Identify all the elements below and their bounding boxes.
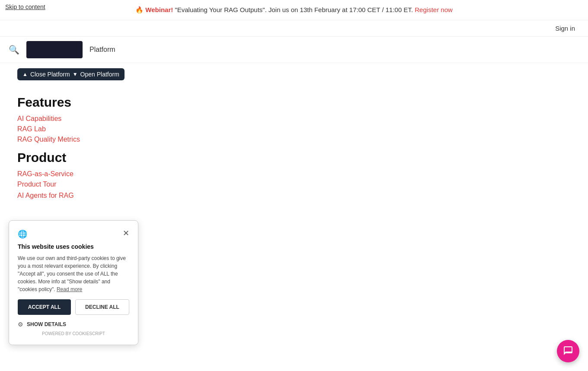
webinar-label: Webinar!: [145, 6, 173, 13]
list-item: RAG-as-a-Service: [17, 170, 579, 178]
skip-to-content-link[interactable]: Skip to content: [0, 0, 51, 14]
nav-content: Features AI Capabilities RAG Lab RAG Qua…: [0, 84, 588, 211]
search-icon: 🔍: [9, 45, 19, 54]
features-heading: Features: [17, 95, 579, 110]
search-button[interactable]: 🔍: [9, 44, 19, 55]
sign-in-link[interactable]: Sign in: [555, 25, 575, 32]
product-tour-link[interactable]: Product Tour: [17, 181, 56, 188]
rag-as-a-service-link[interactable]: RAG-as-a-Service: [17, 170, 74, 178]
site-logo: [26, 41, 83, 58]
product-section: Product RAG-as-a-Service Product Tour: [9, 150, 579, 188]
webinar-banner: 🔥 Webinar! "Evaluating Your RAG Outputs"…: [0, 0, 588, 20]
register-now-link[interactable]: Register now: [415, 6, 453, 13]
list-item: AI Capabilities: [17, 115, 579, 123]
arrow-down-icon: ▼: [73, 71, 78, 77]
list-item: RAG Quality Metrics: [17, 136, 579, 143]
header: Sign in: [0, 20, 588, 37]
ai-agents-for-rag-link[interactable]: AI Agents for RAG: [17, 192, 74, 199]
platform-nav-button[interactable]: Platform: [89, 44, 115, 55]
arrow-up-icon: ▲: [22, 71, 28, 77]
list-item: RAG Lab: [17, 125, 579, 133]
rag-lab-link[interactable]: RAG Lab: [17, 125, 46, 133]
extra-links-list: AI Agents for RAG: [9, 192, 579, 200]
list-item: AI Agents for RAG: [17, 192, 579, 200]
banner-text: "Evaluating Your RAG Outputs". Join us o…: [175, 6, 413, 13]
list-item: Product Tour: [17, 181, 579, 188]
platform-dropdown-toggle[interactable]: ▲ Close Platform ▼ Open Platform: [17, 68, 125, 80]
open-platform-label: Open Platform: [80, 71, 119, 78]
product-links-list: RAG-as-a-Service Product Tour: [9, 170, 579, 188]
ai-capabilities-link[interactable]: AI Capabilities: [17, 115, 61, 122]
fire-emoji: 🔥: [135, 6, 144, 13]
close-platform-label: Close Platform: [30, 71, 70, 78]
features-links-list: AI Capabilities RAG Lab RAG Quality Metr…: [9, 115, 579, 143]
nav-area: 🔍 Platform: [0, 37, 588, 63]
features-section: Features AI Capabilities RAG Lab RAG Qua…: [9, 95, 579, 143]
rag-quality-metrics-link[interactable]: RAG Quality Metrics: [17, 136, 80, 143]
product-heading: Product: [17, 150, 579, 165]
